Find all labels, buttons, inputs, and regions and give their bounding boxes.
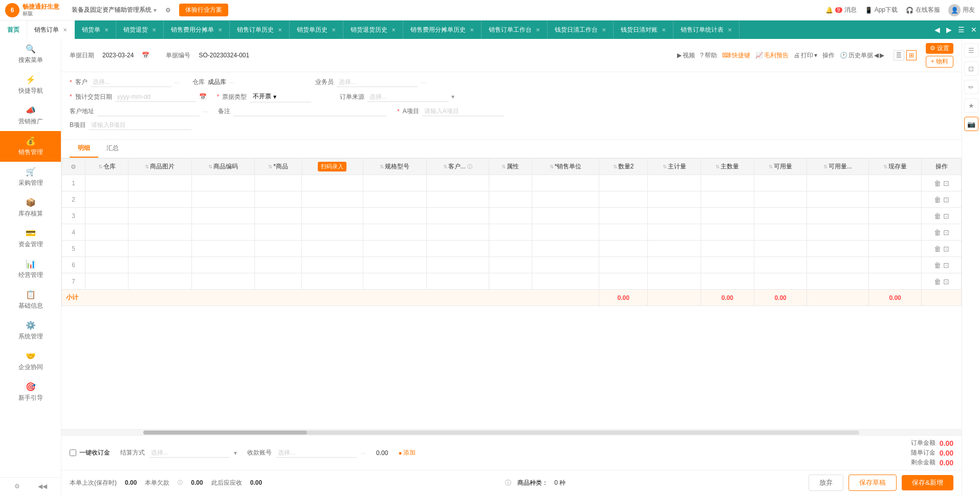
payment-method-input[interactable]	[149, 448, 230, 458]
tab-close-icon[interactable]: ✕	[152, 27, 156, 33]
sidebar-settings-icon[interactable]: ⚙	[14, 483, 20, 490]
b-project-input[interactable]	[89, 120, 191, 130]
customer-input[interactable]	[91, 77, 171, 87]
rp-star-icon[interactable]: ★	[964, 98, 978, 113]
tab-sales-order-history[interactable]: 销售订单历史 ✕	[230, 20, 290, 39]
scroll-thumb[interactable]	[143, 431, 307, 435]
sidebar-item-guide[interactable]: 🎯 新手引导	[0, 377, 61, 407]
tab-sales-order[interactable]: 销售订单 ✕	[27, 20, 75, 39]
gear-icon[interactable]: ⚙	[162, 4, 174, 16]
tab-summary[interactable]: 汇总	[98, 140, 127, 158]
tab-close-icon[interactable]: ✕	[332, 27, 336, 33]
rp-edit-icon[interactable]: ✏	[964, 80, 978, 94]
shortcut-action[interactable]: ⌨ 快捷键	[722, 51, 750, 60]
scroll-bar[interactable]	[61, 429, 962, 435]
copy-row-button[interactable]: ⊡	[943, 245, 949, 253]
sidebar-item-finance[interactable]: 💳 资金管理	[0, 223, 61, 254]
delete-row-button[interactable]: 🗑	[934, 228, 941, 236]
delivery-calendar-icon[interactable]: 📅	[199, 93, 207, 100]
a-project-input[interactable]	[422, 106, 504, 116]
history-prev-icon[interactable]: ◀	[874, 52, 879, 59]
tab-daily-reconcile[interactable]: 钱货日清对账 ✕	[614, 20, 673, 39]
copy-row-button[interactable]: ⊡	[943, 277, 949, 286]
invoice-select[interactable]: 不开票 ▾	[250, 91, 311, 102]
history-action[interactable]: 🕐 历史单据 ◀ ▶	[840, 51, 884, 60]
col-settings[interactable]: ⚙	[62, 159, 85, 175]
tab-detail[interactable]: 明细	[70, 140, 98, 158]
online-service-button[interactable]: 🎧 在线客服	[906, 6, 940, 14]
profit-action[interactable]: 📈 毛利预告	[755, 51, 789, 60]
tab-close-icon[interactable]: ✕	[63, 27, 67, 33]
view-list-icon[interactable]: ☰	[894, 50, 904, 60]
dropdown-arrow-icon[interactable]: ▾	[154, 7, 157, 14]
sidebar-item-sales[interactable]: 💰 销售管理	[0, 131, 61, 162]
scan-button[interactable]: 扫码录入	[318, 162, 346, 171]
operate-action[interactable]: 操作	[822, 51, 835, 60]
delete-row-button[interactable]: 🗑	[934, 179, 941, 187]
tab-sales-invoice[interactable]: 销货单 ✕	[75, 20, 116, 39]
delete-row-button[interactable]: 🗑	[934, 212, 941, 220]
note-input[interactable]	[233, 106, 387, 116]
copy-row-button[interactable]: ⊡	[943, 261, 949, 269]
account-more-icon[interactable]: ···	[361, 449, 366, 457]
delete-row-button[interactable]: 🗑	[934, 261, 941, 269]
warehouse-more-icon[interactable]: ···	[229, 79, 234, 86]
save-new-button[interactable]: 保存&新增	[902, 475, 953, 490]
view-grid-icon[interactable]: ⊞	[906, 50, 917, 60]
tab-close-icon[interactable]: ✕	[728, 27, 732, 33]
add-material-button[interactable]: + 物料	[926, 56, 953, 68]
sidebar-item-marketing[interactable]: 📣 营销推广	[0, 100, 61, 131]
address-more-icon[interactable]: ···	[203, 108, 208, 115]
trial-button[interactable]: 体验行业方案	[179, 4, 228, 16]
copy-row-button[interactable]: ⊡	[943, 179, 949, 187]
tab-sales-return[interactable]: 销货退货 ✕	[116, 20, 164, 39]
sidebar-item-collab[interactable]: 🤝 企业协同	[0, 346, 61, 377]
order-source-input[interactable]	[367, 92, 448, 102]
tab-daily-workbench[interactable]: 钱货日清工作台 ✕	[548, 20, 614, 39]
address-input[interactable]	[97, 106, 200, 116]
save-draft-button[interactable]: 保存草稿	[848, 475, 897, 491]
tab-invoice-history[interactable]: 销货单历史 ✕	[290, 20, 343, 39]
notice-button[interactable]: 🔔 9 消息	[825, 6, 857, 14]
scroll-track[interactable]	[143, 431, 859, 435]
account-input[interactable]	[276, 448, 357, 458]
help-action[interactable]: ? 帮助	[700, 51, 717, 60]
rp-grid-icon[interactable]: ⊡	[964, 61, 978, 76]
calendar-icon[interactable]: 📅	[142, 52, 149, 59]
sidebar-item-basic[interactable]: 📋 基础信息	[0, 285, 61, 315]
tab-close-icon[interactable]: ✕	[218, 27, 222, 33]
view-action[interactable]: ▶ 视频	[677, 51, 695, 60]
tabs-menu-icon[interactable]: ☰	[955, 26, 968, 34]
sidebar-item-purchase[interactable]: 🛒 采购管理	[0, 162, 61, 192]
customer-more-icon[interactable]: ···	[175, 79, 180, 86]
sidebar-item-quicknav[interactable]: ⚡ 快捷导航	[0, 70, 61, 100]
tab-home[interactable]: 首页	[0, 20, 27, 39]
one-click-checkbox[interactable]	[70, 449, 76, 456]
tab-close-icon[interactable]: ✕	[278, 27, 282, 33]
add-payment-button[interactable]: ● 添加	[398, 448, 415, 457]
tab-order-stats[interactable]: 销售订单统计表 ✕	[673, 20, 739, 39]
copy-row-button[interactable]: ⊡	[943, 228, 949, 236]
delete-row-button[interactable]: 🗑	[934, 196, 941, 204]
rp-list-icon[interactable]: ☰	[964, 43, 978, 57]
discard-button[interactable]: 放弃	[809, 475, 843, 491]
user-menu[interactable]: 👤 用友	[948, 4, 975, 16]
tab-close-icon[interactable]: ✕	[391, 27, 396, 33]
copy-row-button[interactable]: ⊡	[943, 196, 949, 204]
sidebar-item-inventory[interactable]: 📦 库存核算	[0, 192, 61, 223]
delivery-input[interactable]	[115, 92, 196, 102]
tabs-prev-icon[interactable]: ◀	[931, 26, 943, 34]
tab-close-icon[interactable]: ✕	[470, 27, 474, 33]
delete-row-button[interactable]: 🗑	[934, 245, 941, 253]
tab-order-workbench[interactable]: 销售订单工作台 ✕	[482, 20, 548, 39]
payment-method-dropdown[interactable]: ▾	[234, 449, 237, 457]
tabs-close-icon[interactable]: ✕	[968, 26, 980, 34]
tab-sales-expense[interactable]: 销售费用分摊单 ✕	[164, 20, 230, 39]
sidebar-item-operations[interactable]: 📊 经营管理	[0, 254, 61, 285]
staff-input[interactable]	[337, 77, 418, 87]
tab-expense-history[interactable]: 销售费用分摊单历史 ✕	[403, 20, 482, 39]
tab-close-icon[interactable]: ✕	[662, 27, 666, 33]
staff-more-icon[interactable]: ···	[421, 79, 426, 86]
sidebar-collapse-icon[interactable]: ◀◀	[38, 483, 47, 490]
tab-close-icon[interactable]: ✕	[602, 27, 606, 33]
